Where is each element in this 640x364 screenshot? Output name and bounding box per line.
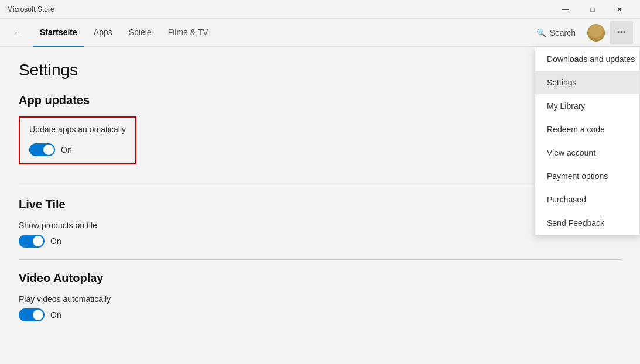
navbar: ← Startseite Apps Spiele Filme & TV 🔍 Se…: [0, 19, 640, 47]
avatar-image: [587, 24, 605, 42]
dropdown-item-payment[interactable]: Payment options: [535, 164, 639, 188]
titlebar: Microsoft Store — □ ✕: [0, 0, 640, 19]
window-controls: — □ ✕: [552, 0, 633, 19]
section-title-live-tile: Live Tile: [19, 198, 621, 211]
play-videos-toggle[interactable]: [19, 308, 45, 321]
dropdown-item-downloads[interactable]: Downloads and updates: [535, 47, 639, 71]
maximize-button[interactable]: □: [579, 0, 606, 19]
section-live-tile: Live Tile Show products on tile On: [19, 198, 621, 248]
dropdown-item-purchased[interactable]: Purchased: [535, 188, 639, 211]
update-apps-toggle-row: On: [29, 143, 126, 156]
nav-right: 🔍 Search ···: [529, 21, 633, 44]
back-icon: ←: [13, 28, 22, 37]
play-videos-toggle-row: On: [19, 308, 621, 321]
show-products-toggle-label: On: [50, 236, 61, 246]
section-title-app-updates: App updates: [19, 94, 621, 107]
section-app-updates: App updates Update apps automatically On: [19, 94, 621, 176]
dropdown-item-feedback[interactable]: Send Feedback: [535, 211, 639, 235]
show-products-toggle-row: On: [19, 235, 621, 248]
update-apps-toggle-label: On: [61, 145, 72, 154]
show-products-toggle[interactable]: [19, 235, 45, 248]
close-button[interactable]: ✕: [606, 0, 633, 19]
update-apps-toggle[interactable]: [29, 143, 55, 156]
dropdown-item-redeem[interactable]: Redeem a code: [535, 118, 639, 141]
section-title-video-autoplay: Video Autoplay: [19, 272, 621, 285]
dropdown-item-settings[interactable]: Settings: [535, 71, 639, 94]
play-videos-setting: Play videos automatically On: [19, 294, 621, 321]
avatar[interactable]: [587, 24, 605, 42]
search-icon: 🔍: [536, 28, 546, 37]
search-label: Search: [550, 28, 576, 37]
divider-2: [19, 259, 621, 260]
divider-1: [19, 186, 621, 186]
show-products-label: Show products on tile: [19, 221, 621, 230]
dropdown-item-view-account[interactable]: View account: [535, 141, 639, 164]
highlight-box: Update apps automatically On: [19, 116, 136, 164]
minimize-button[interactable]: —: [552, 0, 579, 19]
more-icon: ···: [617, 26, 625, 39]
nav-item-spiele[interactable]: Spiele: [122, 19, 159, 47]
dropdown-menu: Downloads and updates Settings My Librar…: [535, 47, 640, 235]
back-button[interactable]: ←: [7, 22, 28, 43]
nav-items: Startseite Apps Spiele Filme & TV: [33, 19, 525, 47]
dropdown-item-my-library[interactable]: My Library: [535, 94, 639, 118]
app-title: Microsoft Store: [7, 5, 552, 13]
play-videos-label: Play videos automatically: [19, 294, 621, 304]
nav-item-apps[interactable]: Apps: [87, 19, 119, 47]
nav-item-filme-tv[interactable]: Filme & TV: [161, 19, 215, 47]
show-products-setting: Show products on tile On: [19, 221, 621, 248]
section-video-autoplay: Video Autoplay Play videos automatically…: [19, 272, 621, 321]
update-apps-label: Update apps automatically: [29, 125, 126, 134]
nav-item-startseite[interactable]: Startseite: [33, 19, 84, 47]
search-button[interactable]: 🔍 Search: [529, 26, 583, 40]
more-button[interactable]: ···: [610, 21, 633, 44]
play-videos-toggle-label: On: [50, 310, 61, 320]
page-title: Settings: [19, 61, 621, 80]
